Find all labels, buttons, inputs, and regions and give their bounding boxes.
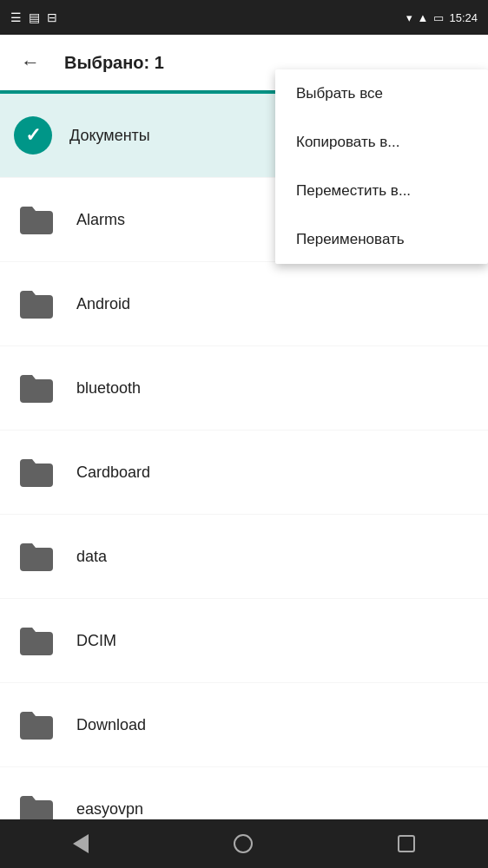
folder-icon <box>14 534 59 579</box>
nav-back-button[interactable] <box>63 824 99 864</box>
folder-icon <box>14 786 59 819</box>
recents-nav-icon <box>398 835 415 852</box>
back-button[interactable]: ← <box>14 44 47 81</box>
nav-recents-button[interactable] <box>387 825 425 863</box>
file-item-name: Документы <box>69 127 150 145</box>
file-item-name: Android <box>76 295 130 313</box>
picture-icon: ▤ <box>29 10 40 24</box>
app-bar-title: Выбрано: 1 <box>64 53 164 73</box>
list-item[interactable]: DCIM <box>0 599 488 682</box>
app-bar: ← Выбрано: 1 Выбрать все Копировать в...… <box>0 35 488 90</box>
folder-icon <box>14 197 59 242</box>
battery-icon: ▭ <box>433 11 444 24</box>
file-item-name: Alarms <box>76 211 125 229</box>
selected-check-icon <box>14 116 52 155</box>
home-nav-icon <box>234 834 253 853</box>
file-item-name: easyovpn <box>76 800 143 819</box>
nav-home-button[interactable] <box>223 824 263 864</box>
list-item[interactable]: Download <box>0 683 488 766</box>
menu-item-move-to[interactable]: Переместить в... <box>275 167 488 215</box>
tag-icon: ⊟ <box>47 10 57 24</box>
folder-icon <box>14 281 59 326</box>
context-menu: Выбрать все Копировать в... Переместить … <box>275 69 488 264</box>
folder-icon <box>14 450 59 495</box>
status-bar: ☰ ▤ ⊟ ▾ ▲ ▭ 15:24 <box>0 0 488 35</box>
status-bar-left: ☰ ▤ ⊟ <box>10 10 57 24</box>
list-item[interactable]: bluetooth <box>0 346 488 430</box>
menu-item-select-all[interactable]: Выбрать все <box>275 69 488 118</box>
file-item-name: Cardboard <box>76 464 150 482</box>
signal-icon: ▲ <box>418 11 429 24</box>
notification-icon: ☰ <box>10 10 22 24</box>
folder-icon <box>14 365 59 411</box>
wifi-icon: ▾ <box>406 11 412 24</box>
file-item-name: Download <box>76 716 146 734</box>
file-item-name: DCIM <box>76 632 116 650</box>
menu-item-rename[interactable]: Переименовать <box>275 215 488 264</box>
status-bar-right: ▾ ▲ ▭ 15:24 <box>406 11 478 24</box>
list-item[interactable]: Cardboard <box>0 431 488 514</box>
file-item-name: data <box>76 548 107 566</box>
list-item[interactable]: easyovpn <box>0 767 488 819</box>
back-nav-icon <box>73 834 89 853</box>
list-item[interactable]: data <box>0 515 488 598</box>
menu-item-copy-to[interactable]: Копировать в... <box>275 118 488 167</box>
file-item-name: bluetooth <box>76 379 141 398</box>
navigation-bar <box>0 819 488 868</box>
folder-icon <box>14 702 59 747</box>
folder-icon <box>14 618 59 663</box>
list-item[interactable]: Android <box>0 262 488 345</box>
time-display: 15:24 <box>449 11 478 24</box>
